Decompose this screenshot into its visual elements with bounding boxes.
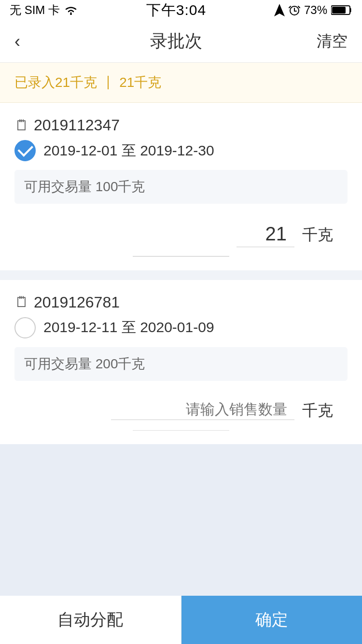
alarm-icon xyxy=(289,4,300,16)
batch-header-1: 🗒 2019112347 xyxy=(14,116,348,134)
wifi-icon xyxy=(64,5,78,15)
batch-doc-icon-1: 🗒 xyxy=(14,117,29,134)
page-title: 录批次 xyxy=(150,29,202,53)
banner-divider xyxy=(108,76,109,89)
radio-checked-1[interactable] xyxy=(14,140,36,161)
svg-rect-5 xyxy=(332,7,346,14)
battery-icon xyxy=(331,5,352,15)
back-button[interactable]: ‹ xyxy=(14,31,43,52)
carrier-text: 无 SIM 卡 xyxy=(10,2,60,18)
confirm-button[interactable]: 确定 xyxy=(181,596,362,644)
batch-available-1: 可用交易量 100千克 xyxy=(14,170,348,204)
divider-1 xyxy=(133,256,229,257)
quantity-value-1: 21 xyxy=(265,223,287,244)
batch-date-1: 2019-12-01 至 2019-12-30 xyxy=(43,141,214,161)
batch-available-2: 可用交易量 200千克 xyxy=(14,347,348,381)
recorded-value: 21千克 xyxy=(119,73,161,92)
bottom-bar: 自动分配 确定 xyxy=(0,596,362,644)
batch-item-2: 🗒 2019126781 2019-12-11 至 2020-01-09 可用交… xyxy=(0,280,362,445)
batch-doc-icon-2: 🗒 xyxy=(14,294,29,310)
quantity-underline-1: 21 xyxy=(237,223,294,247)
quantity-input-2[interactable] xyxy=(111,401,294,418)
batch-date-row-1[interactable]: 2019-12-01 至 2019-12-30 xyxy=(14,140,348,161)
input-unit-2: 千克 xyxy=(302,400,333,421)
divider-2 xyxy=(133,430,229,431)
content-area: 🗒 2019112347 2019-12-01 至 2019-12-30 可用交… xyxy=(0,103,362,636)
recorded-label: 已录入21千克 xyxy=(14,73,97,92)
status-bar: 无 SIM 卡 下午3:04 73% xyxy=(0,0,362,20)
status-left: 无 SIM 卡 xyxy=(10,2,78,18)
nav-bar: ‹ 录批次 清空 xyxy=(0,20,362,63)
batch-id-1: 2019112347 xyxy=(34,116,120,134)
batch-date-2: 2019-12-11 至 2020-01-09 xyxy=(43,318,214,337)
clear-button[interactable]: 清空 xyxy=(309,31,348,52)
info-banner: 已录入21千克 21千克 xyxy=(0,63,362,103)
input-row-2[interactable]: 千克 xyxy=(14,392,348,430)
batch-item-1: 🗒 2019112347 2019-12-01 至 2019-12-30 可用交… xyxy=(0,103,362,270)
status-right: 73% xyxy=(274,3,352,17)
input-underline-2[interactable] xyxy=(111,401,294,420)
auto-distribute-button[interactable]: 自动分配 xyxy=(0,596,181,644)
batch-header-2: 🗒 2019126781 xyxy=(14,294,348,311)
battery-text: 73% xyxy=(304,3,327,17)
quantity-row-1: 21 千克 xyxy=(14,214,348,256)
batch-id-2: 2019126781 xyxy=(34,294,120,311)
svg-point-0 xyxy=(70,13,72,15)
section-gap-1 xyxy=(0,270,362,280)
status-time: 下午3:04 xyxy=(146,0,206,20)
batch-date-row-2[interactable]: 2019-12-11 至 2020-01-09 xyxy=(14,317,348,338)
location-icon xyxy=(274,4,285,16)
radio-unchecked-2[interactable] xyxy=(14,317,36,338)
quantity-unit-1: 千克 xyxy=(302,224,333,246)
